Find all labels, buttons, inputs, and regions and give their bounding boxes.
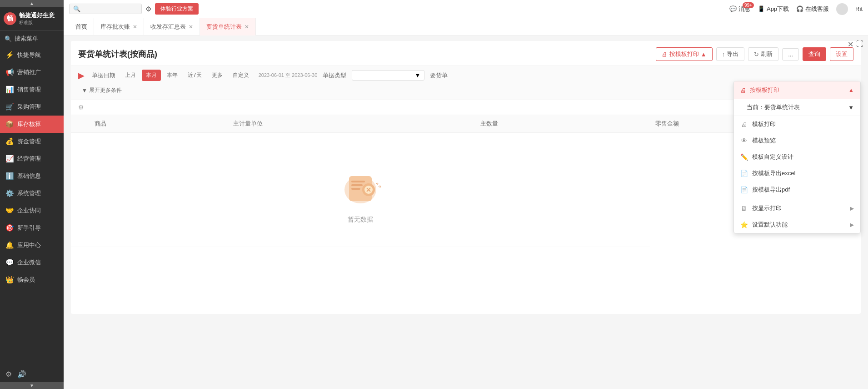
topbar-search-icon: 🔍 (73, 5, 80, 12)
sidebar-item-cooperation[interactable]: 🤝企业协同 (0, 202, 64, 219)
filter-expand-icon[interactable]: ▶ (78, 71, 85, 81)
dropdown-sub-set-default[interactable]: ⭐ 设置默认功能 ▶ (734, 217, 860, 233)
sidebar-item-finance[interactable]: 💰资金管理 (0, 133, 64, 150)
dropdown-item-template-excel[interactable]: 📄按模板导出excel (734, 165, 860, 182)
tab-home[interactable]: 首页 (69, 18, 94, 35)
nav-icon-newbie: 🎯 (5, 224, 14, 232)
service-btn[interactable]: 🎧 在线客服 (796, 5, 829, 13)
tab-label-inventory-batch: 库存批次账 (100, 23, 130, 31)
th-商品: 商品 (89, 115, 228, 133)
dropdown-current-item[interactable]: 当前：要货单统计表 ▼ (734, 99, 860, 116)
dropdown-item-template-pdf[interactable]: 📄按模板导出pdf (734, 182, 860, 198)
sidebar-item-inventory[interactable]: 📦库存核算 (0, 116, 64, 133)
close-window-icon[interactable]: ✕ (848, 40, 853, 49)
nav-icon-system: ⚙️ (5, 189, 14, 197)
date-btn-更多[interactable]: 更多 (208, 70, 227, 81)
sidebar-scroll-up[interactable]: ▲ (0, 0, 64, 7)
topbar-search-input[interactable] (82, 6, 138, 12)
dropdown-sub-items-list: 🖥 按显示打印 ▶ ⭐ 设置默认功能 ▶ (734, 200, 860, 233)
tab-label-home: 首页 (75, 23, 87, 31)
app-download-btn[interactable]: 📱 App下载 (758, 5, 789, 13)
print-btn[interactable]: 🖨 按模板打印 ▲ (656, 47, 713, 61)
refresh-btn[interactable]: ↻ 刷新 (748, 47, 778, 61)
sidebar-item-quick-nav[interactable]: ⚡快捷导航 (0, 46, 64, 64)
sidebar-nav: ⚡快捷导航📢营销推广📊销售管理🛒采购管理📦库存核算💰资金管理📈经营管理ℹ️基础信… (0, 46, 64, 366)
tab-close-order-summary[interactable]: ✕ (244, 24, 249, 30)
empty-cell: 暂无数据 (71, 133, 650, 247)
sidebar-item-newbie[interactable]: 🎯新手引导 (0, 219, 64, 237)
industry-btn[interactable]: 体验行业方案 (155, 3, 199, 15)
headset-icon: 🎧 (796, 5, 803, 12)
dropdown-sub-arrow-set-default: ▶ (850, 222, 854, 228)
printer-icon: 🖨 (662, 51, 668, 58)
topbar-right: 💬 消息 99+ 📱 App下载 🎧 在线客服 Rit (729, 3, 863, 15)
dropdown-title: 按模板打印 (750, 86, 779, 94)
nav-label-cooperation: 企业协同 (17, 207, 41, 215)
nav-label-basic-info: 基础信息 (17, 172, 41, 180)
dropdown-icon-template-pdf: 📄 (740, 186, 748, 193)
dropdown-item-template-design[interactable]: ✏️模板自定义设计 (734, 149, 860, 165)
type-select-arrow: ▼ (414, 72, 420, 79)
message-btn[interactable]: 💬 消息 99+ (729, 5, 750, 13)
nav-label-quick-nav: 快捷导航 (17, 51, 41, 59)
sidebar-item-marketing[interactable]: 📢营销推广 (0, 64, 64, 81)
dropdown-divider (734, 199, 860, 199)
date-btn-上月[interactable]: 上月 (121, 70, 140, 81)
tab-close-receipts-summary[interactable]: ✕ (189, 24, 193, 30)
nav-icon-app-center: 🔔 (5, 241, 14, 249)
sidebar-item-purchase[interactable]: 🛒采购管理 (0, 98, 64, 116)
sidebar-item-basic-info[interactable]: ℹ️基础信息 (0, 167, 64, 185)
print-arrow-up-icon: ▲ (701, 51, 707, 58)
dropdown-item-template-print[interactable]: 🖨模板打印 (734, 116, 860, 132)
nav-label-system: 系统管理 (17, 189, 41, 197)
nav-label-app-center: 应用中心 (17, 241, 41, 249)
sidebar-item-enterprise-wechat[interactable]: 💬企业微信 (0, 254, 64, 271)
tab-receipts-summary[interactable]: 收发存汇总表✕ (144, 18, 200, 35)
column-settings-icon[interactable]: ⚙ (78, 104, 84, 111)
more-btn[interactable]: ... (782, 48, 799, 61)
nav-label-finance: 资金管理 (17, 137, 41, 146)
tab-order-summary[interactable]: 要货单统计表✕ (200, 18, 256, 35)
nav-icon-operations: 📈 (5, 155, 14, 163)
sidebar-item-app-center[interactable]: 🔔应用中心 (0, 237, 64, 254)
topbar-search-box[interactable]: 🔍 (69, 4, 142, 14)
date-btn-自定义[interactable]: 自定义 (229, 70, 253, 81)
window-controls: ✕ ⛶ (848, 40, 863, 49)
dropdown-label-template-print: 模板打印 (752, 120, 776, 128)
message-badge: 99+ (743, 2, 754, 8)
dropdown-sub-icon-set-default: ⭐ (740, 221, 748, 228)
topbar-gear-icon[interactable]: ⚙ (145, 5, 151, 13)
date-btn-近7天[interactable]: 近7天 (184, 70, 206, 81)
sidebar-item-system[interactable]: ⚙️系统管理 (0, 185, 64, 202)
date-btn-本年[interactable]: 本年 (163, 70, 182, 81)
username[interactable]: Rit (855, 5, 863, 12)
sidebar-search-label: 搜索菜单 (15, 35, 38, 43)
nav-icon-purchase: 🛒 (5, 103, 14, 111)
sidebar-scroll-down[interactable]: ▼ (0, 382, 64, 389)
tab-close-inventory-batch[interactable]: ✕ (133, 24, 137, 30)
tab-inventory-batch[interactable]: 库存批次账✕ (94, 18, 144, 35)
dropdown-sub-label-set-default: 设置默认功能 (752, 221, 788, 229)
dropdown-item-template-preview[interactable]: 👁模板预览 (734, 132, 860, 149)
expand-window-icon[interactable]: ⛶ (856, 40, 863, 49)
svg-rect-2 (351, 181, 365, 182)
settings-icon[interactable]: ⚙ (5, 370, 12, 379)
dropdown-label-template-preview: 模板预览 (752, 136, 776, 145)
nav-label-enterprise-wechat: 企业微信 (17, 258, 41, 267)
type-select[interactable]: ▼ (352, 70, 424, 81)
avatar[interactable] (836, 3, 848, 15)
sidebar-item-sales[interactable]: 📊销售管理 (0, 81, 64, 98)
refresh-icon: ↻ (754, 51, 759, 58)
export-btn[interactable]: ↑ 导出 (716, 47, 745, 61)
sidebar-search[interactable]: 🔍 搜索菜单 (0, 31, 64, 46)
dropdown-sub-arrow-display-print: ▶ (850, 205, 854, 212)
sidebar-item-vip[interactable]: 👑畅会员 (0, 271, 64, 288)
sound-icon[interactable]: 🔊 (17, 370, 26, 379)
settings-page-btn[interactable]: 设置 (830, 47, 853, 61)
dropdown-sub-display-print[interactable]: 🖥 按显示打印 ▶ (734, 200, 860, 217)
logo-icon: 畅 (4, 12, 16, 25)
sidebar-item-operations[interactable]: 📈经营管理 (0, 150, 64, 167)
query-btn[interactable]: 查询 (803, 47, 826, 61)
dropdown-close-icon[interactable]: ▲ (848, 87, 854, 93)
date-btn-本月[interactable]: 本月 (142, 70, 161, 81)
